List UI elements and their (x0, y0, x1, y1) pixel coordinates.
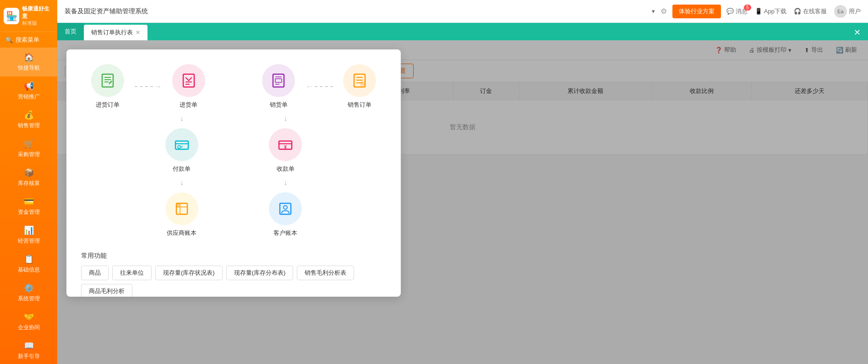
flow-node-sales-bill[interactable]: 销货单 (252, 60, 306, 113)
tab-close-icon[interactable]: ✕ (136, 29, 140, 36)
svg-text:¥: ¥ (180, 145, 183, 149)
basic-info-icon: 📋 (24, 254, 34, 264)
user-menu[interactable]: Ea 用户 (834, 5, 861, 18)
system-dropdown[interactable]: ▾ (652, 8, 655, 15)
sidebar-item-operations[interactable]: 📊 经营管理 (0, 221, 57, 250)
sidebar-logo: 🏪 畅康通好生意 标准版 (0, 0, 57, 32)
receipt-bill-label: 收款单 (277, 165, 295, 173)
flow-node-customer-account[interactable]: 客户账本 (252, 189, 319, 241)
svg-point-18 (178, 146, 180, 148)
home-icon: 🏠 (24, 52, 34, 62)
app-icon: 📱 (755, 8, 762, 15)
flow-node-sales-order[interactable]: 销售订单 (333, 60, 387, 113)
app-download-btn[interactable]: 📱 App下载 (755, 7, 786, 16)
arrow-down-sales: ↓ (252, 113, 319, 125)
sidebar-nav: 🏠 快捷导航 📢 营销推广 💰 销售管理 🛒 采购管理 📦 库存核算 💳 资金管… (0, 48, 57, 364)
purchase-bill-label: 进货单 (180, 101, 197, 109)
message-btn[interactable]: 💬 消息 5 (726, 7, 748, 16)
marketing-icon: 📢 (24, 81, 34, 91)
customer-account-label: 客户账本 (273, 229, 297, 237)
tab-sales-order-exec[interactable]: 销售订单执行表 ✕ (84, 25, 147, 40)
sidebar-item-system[interactable]: ⚙️ 系统管理 (0, 278, 57, 307)
sidebar: 🏪 畅康通好生意 标准版 🔍 搜索菜单 🏠 快捷导航 📢 营销推广 💰 销售管理… (0, 0, 57, 364)
svg-rect-15 (360, 81, 365, 86)
search-menu[interactable]: 🔍 搜索菜单 (0, 32, 57, 48)
flow-node-payment-bill[interactable]: ¥ 付款单 (148, 125, 216, 177)
svg-point-28 (284, 206, 287, 209)
func-btn-contacts[interactable]: 往来单位 (112, 266, 152, 280)
sidebar-item-sales[interactable]: 💰 销售管理 (0, 105, 57, 134)
tabbar: 首页 销售订单执行表 ✕ ✕ (57, 23, 868, 40)
modal-body: 进货订单 → 进货单 (66, 49, 401, 297)
sales-order-circle (343, 64, 376, 97)
sidebar-item-inventory[interactable]: 📦 库存核算 (0, 163, 57, 192)
arrow-sales-order-to-bill: ← (306, 82, 333, 92)
sales-bill-circle (262, 64, 295, 97)
search-icon: 🔍 (5, 37, 13, 43)
sales-icon: 💰 (24, 110, 34, 120)
trial-button[interactable]: 体验行业方案 (672, 5, 721, 18)
avatar: Ea (834, 5, 847, 18)
quick-nav-modal: 进货订单 → 进货单 (66, 49, 401, 297)
modal-overlay[interactable]: 进货订单 → 进货单 (57, 40, 868, 364)
func-buttons-row1: 商品 往来单位 现存量(库存状况表) 现存量(库存分布表) 销售毛利分析表 商品… (81, 266, 386, 297)
flow-node-purchase-order[interactable]: 进货订单 (81, 60, 135, 113)
svg-rect-0 (102, 74, 113, 87)
topbar-icons: 💬 消息 5 📱 App下载 🎧 在线客服 Ea 用户 (726, 5, 861, 18)
svg-rect-26 (177, 204, 180, 206)
sidebar-item-marketing[interactable]: 📢 营销推广 (0, 76, 57, 105)
inventory-icon: 📦 (24, 168, 34, 178)
sidebar-item-finance[interactable]: 💳 资金管理 (0, 192, 57, 221)
func-btn-stock-status[interactable]: 现存量(库存状况表) (155, 266, 223, 280)
purchase-order-circle (91, 64, 124, 97)
gear-icon[interactable]: ⚙ (661, 7, 667, 16)
payment-circle: ¥ (165, 128, 198, 161)
sidebar-item-purchase[interactable]: 🛒 采购管理 (0, 134, 57, 163)
common-functions-title: 常用功能 (81, 252, 386, 260)
supplier-account-label: 供应商账本 (167, 229, 197, 237)
system-icon: ⚙️ (24, 283, 34, 293)
arrow-down-receipt: ↓ (252, 177, 319, 189)
enterprise-icon: 🤝 (24, 312, 34, 322)
arrow-purchase-to-bill: → (135, 82, 162, 92)
customer-circle (269, 192, 302, 225)
finance-icon: 💳 (24, 196, 34, 206)
online-service-btn[interactable]: 🎧 在线客服 (794, 7, 827, 16)
purchase-order-label: 进货订单 (96, 101, 120, 109)
func-btn-product-margin[interactable]: 商品毛利分析 (81, 284, 132, 297)
tab-home[interactable]: 首页 (57, 23, 84, 40)
sales-order-label: 销售订单 (348, 101, 371, 109)
arrow-down-purchase: ↓ (148, 113, 216, 125)
svg-rect-7 (273, 74, 284, 87)
message-icon: 💬 (726, 8, 734, 15)
common-functions: 常用功能 商品 往来单位 现存量(库存状况表) 现存量(库存分布表) 销售毛利分… (81, 252, 386, 297)
purchase-icon: 🛒 (24, 139, 34, 149)
sidebar-item-enterprise[interactable]: 🤝 企业协同 (0, 307, 57, 336)
topbar: 装备及固定资产辅助管理系统 ▾ ⚙ 体验行业方案 💬 消息 5 📱 App下载 … (57, 0, 868, 23)
sidebar-item-guide[interactable]: 📖 新手引导 (0, 336, 57, 364)
purchase-bill-circle (172, 64, 205, 97)
receipt-circle: ¥ (269, 128, 302, 161)
sidebar-item-quick-nav[interactable]: 🏠 快捷导航 (0, 48, 57, 76)
supplier-circle (165, 192, 198, 225)
sidebar-item-basic-info[interactable]: 📋 基础信息 (0, 250, 57, 278)
arrow-down-payment: ↓ (148, 177, 216, 189)
guide-icon: 📖 (24, 341, 34, 351)
func-btn-product[interactable]: 商品 (81, 266, 109, 280)
message-badge: 5 (744, 5, 751, 11)
flow-node-purchase-bill[interactable]: 进货单 (162, 60, 216, 113)
payment-bill-label: 付款单 (173, 165, 191, 173)
operations-icon: 📊 (24, 225, 34, 235)
flow-node-supplier-account[interactable]: 供应商账本 (148, 189, 216, 241)
modal-close-topright[interactable]: ✕ (854, 27, 861, 38)
logo-text: 畅康通好生意 标准版 (22, 5, 54, 26)
dropdown-arrow-icon: ▾ (652, 8, 655, 15)
func-btn-stock-dist[interactable]: 现存量(库存分布表) (226, 266, 294, 280)
system-title: 装备及固定资产辅助管理系统 (65, 7, 646, 16)
sales-bill-label: 销货单 (270, 101, 288, 109)
service-icon: 🎧 (794, 8, 801, 15)
flow-node-receipt-bill[interactable]: ¥ 收款单 (252, 125, 319, 177)
func-btn-sales-margin[interactable]: 销售毛利分析表 (297, 266, 354, 280)
logo-icon: 🏪 (4, 8, 19, 24)
svg-text:¥: ¥ (284, 145, 287, 150)
